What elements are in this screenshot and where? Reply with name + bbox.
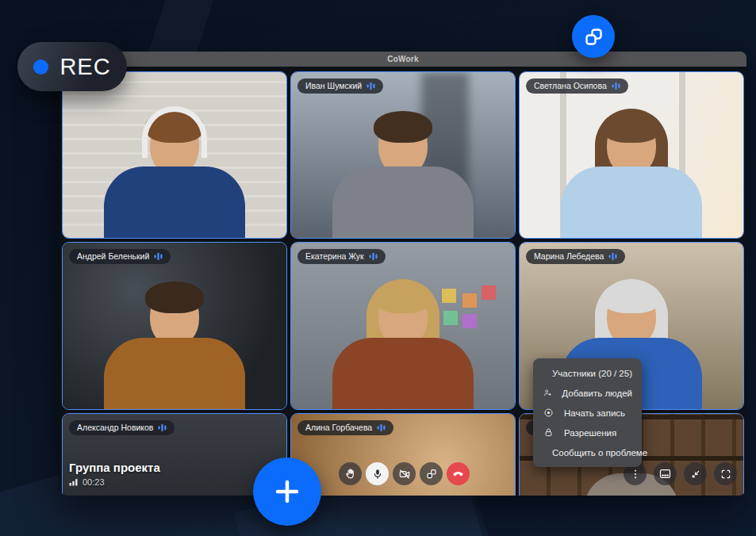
more-options-icon [629,468,642,480]
participant-video [63,243,286,409]
group-info: Группа проекта 00:23 [69,461,160,487]
end-call-button[interactable] [447,462,470,485]
participant-name: Александр Новиков [77,423,153,432]
participant-name-pill: Александр Новиков [69,420,175,435]
video-tile[interactable]: Екатерина Жук [290,242,516,410]
audio-activity-icon [369,252,378,261]
window-titlebar[interactable]: CoWork [59,52,746,67]
participant-video [520,72,743,238]
video-tile[interactable]: Андрей Беленький [62,242,287,410]
record-icon [543,407,555,419]
menu-item-label: Участники (20 / 25) [552,369,632,378]
participant-name: Андрей Беленький [77,251,149,261]
plus-icon [271,476,303,507]
participant-name-pill: Андрей Беленький [69,249,171,264]
group-title: Группа проекта [69,461,160,474]
app-window: CoWork Иван Шумский [59,52,746,496]
participant-name-pill: Марина Лебедева [526,249,625,264]
participant-video [63,72,286,238]
participant-name-pill: Светлана Осипова [526,78,628,94]
menu-item-label: Добавить людей [562,389,632,398]
menu-item-add-people[interactable]: Добавить людей [533,383,642,403]
raise-hand-button[interactable] [339,462,362,485]
recording-badge: REC [17,42,127,91]
picture-in-picture-button[interactable] [572,15,615,58]
window-title: CoWork [387,55,418,63]
video-grid: Иван Шумский Светлана Осипова [59,67,746,496]
layout-monitor-button[interactable] [654,462,677,485]
video-tile[interactable] [62,71,287,239]
participant-name: Алина Горбачева [305,423,372,432]
recording-label: REC [59,54,110,80]
video-tile[interactable]: Иван Шумский [290,71,516,239]
menu-item-report-problem[interactable]: Сообщить о проблеме [533,442,642,462]
picture-in-picture-icon [583,26,604,48]
collapse-icon [689,468,702,480]
recording-dot-icon [33,59,48,75]
participant-name: Иван Шумский [305,81,362,90]
menu-item-label: Сообщить о проблеме [552,448,647,458]
layout-monitor-icon [658,467,672,480]
camera-off-button[interactable] [393,462,416,485]
fullscreen-icon [720,468,732,480]
view-controls [624,462,737,485]
audio-activity-icon [158,423,167,432]
camera-off-icon [398,468,411,480]
microphone-button[interactable] [366,462,389,485]
menu-item-permissions[interactable]: Разрешения [533,423,642,442]
participant-name: Марина Лебедева [534,251,604,261]
call-controls [339,462,470,485]
collapse-button[interactable] [684,462,707,485]
microphone-icon [371,468,384,480]
audio-activity-icon [608,252,618,261]
add-people-icon [543,387,552,399]
menu-item-start-recording[interactable]: Начать запись [533,403,642,423]
participant-name-pill: Екатерина Жук [297,249,386,264]
audio-activity-icon [612,82,621,90]
menu-item-label: Разрешения [564,428,616,438]
connection-signal-icon [69,478,79,486]
participant-name-pill: Иван Шумский [297,78,383,94]
audio-activity-icon [154,252,163,261]
screen-share-icon [425,468,438,480]
participant-video [291,243,515,409]
video-tile[interactable]: Светлана Осипова [519,71,744,239]
add-button[interactable] [253,458,321,526]
audio-activity-icon [377,423,386,432]
context-menu: Участники (20 / 25) Добавить людей Начат… [533,358,642,467]
participant-video [291,72,515,238]
participant-name: Екатерина Жук [305,251,364,261]
call-duration: 00:23 [83,477,105,487]
participant-name-pill: Алина Горбачева [297,420,393,435]
participant-figure [598,484,665,496]
screen-share-button[interactable] [420,462,443,485]
lock-icon [543,427,555,438]
menu-item-label: Начать запись [564,408,625,418]
participant-name: Светлана Осипова [534,81,607,90]
end-call-icon [451,467,465,480]
raise-hand-icon [344,468,357,480]
menu-item-participants[interactable]: Участники (20 / 25) [533,363,642,383]
audio-activity-icon [366,82,376,90]
fullscreen-button[interactable] [714,462,737,485]
